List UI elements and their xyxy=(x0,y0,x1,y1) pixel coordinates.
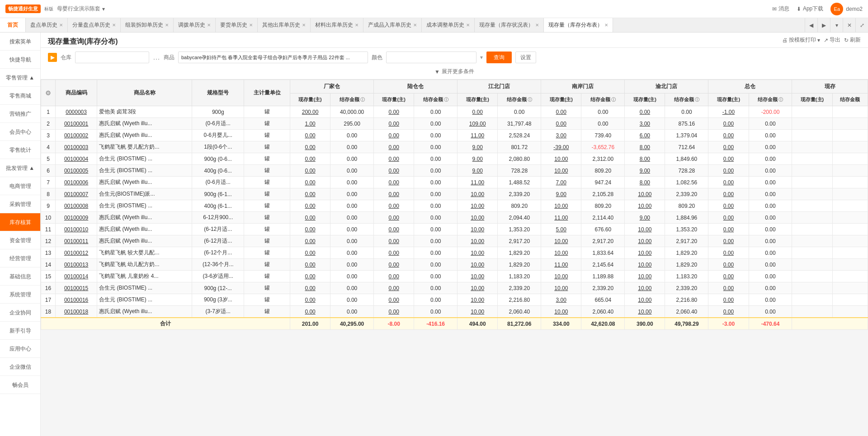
goods-input[interactable]: babycare孕妇待产包 春季入院全套母子组合孕妇产后冬季月子用品 22件套 … xyxy=(178,52,368,63)
tab-close-6[interactable]: ✕ xyxy=(302,23,306,28)
user-area[interactable]: Ea demo2 xyxy=(830,3,863,15)
cell-land-qty[interactable]: 0.00 xyxy=(374,282,414,294)
cell-code[interactable]: 00100001 xyxy=(56,118,97,130)
sidebar-item-guide[interactable]: 新手引导 xyxy=(0,322,40,340)
cell-fac-qty[interactable]: 1.00 xyxy=(290,118,330,130)
sidebar-item-retail-store[interactable]: 零售商城 xyxy=(0,87,40,105)
cell-na-qty[interactable]: 10.00 xyxy=(541,247,581,259)
cell-land-qty[interactable]: 0.00 xyxy=(374,294,414,306)
cell-na-qty[interactable]: 11.00 xyxy=(541,259,581,271)
cell-yb-qty[interactable]: 10.00 xyxy=(625,247,665,259)
sidebar-item-appcenter[interactable]: 应用中心 xyxy=(0,340,40,358)
refresh-button[interactable]: ↻ 刷新 xyxy=(844,36,861,44)
cell-yb-qty[interactable]: 3.00 xyxy=(625,118,665,130)
query-button[interactable]: 查询 xyxy=(486,52,512,63)
cell-code[interactable]: 00100005 xyxy=(56,165,97,177)
tab-11[interactable]: 现存量（库存分布表） ✕ xyxy=(544,18,613,33)
cell-fac-qty[interactable]: 0.00 xyxy=(290,282,330,294)
tab-close-4[interactable]: ✕ xyxy=(207,23,211,28)
tab-4[interactable]: 调拨单历史 ✕ xyxy=(174,18,216,33)
cell-na-qty[interactable]: 10.00 xyxy=(541,306,581,318)
app-download-btn[interactable]: ⬇ App下载 xyxy=(797,5,823,13)
cell-code[interactable]: 00100018 xyxy=(56,306,97,318)
export-button[interactable]: ↗ 导出 xyxy=(824,36,840,44)
tab-close-5[interactable]: ✕ xyxy=(249,23,253,28)
cell-total-qty[interactable]: 0.00 xyxy=(708,212,749,224)
cell-fac-qty[interactable]: 0.00 xyxy=(290,153,330,165)
sidebar-item-ecommerce[interactable]: 电商管理 xyxy=(0,177,40,195)
cell-yb-qty[interactable]: 8.00 xyxy=(625,141,665,153)
cell-fac-qty[interactable]: 0.00 xyxy=(290,306,330,318)
cell-jb-qty[interactable]: 10.00 xyxy=(458,200,498,212)
cell-total-qty[interactable]: 0.00 xyxy=(708,306,749,318)
cell-jb-qty[interactable]: 10.00 xyxy=(458,188,498,200)
cell-land-qty[interactable]: 0.00 xyxy=(374,212,414,224)
info-icon-4[interactable]: ⓘ xyxy=(611,97,616,102)
cell-na-qty[interactable]: 11.00 xyxy=(541,212,581,224)
sidebar-item-operations[interactable]: 经营管理 xyxy=(0,249,40,267)
cell-jb-qty[interactable]: 109.00 xyxy=(458,118,498,130)
tab-7[interactable]: 材料出库单历史 ✕ xyxy=(311,18,363,33)
cell-yb-qty[interactable]: 8.00 xyxy=(625,153,665,165)
cell-land-qty[interactable]: 0.00 xyxy=(374,306,414,318)
cell-yb-qty[interactable]: 8.00 xyxy=(625,177,665,188)
cell-fac-qty[interactable]: 0.00 xyxy=(290,212,330,224)
cell-land-qty[interactable]: 0.00 xyxy=(374,259,414,271)
cell-land-qty[interactable]: 0.00 xyxy=(374,271,414,282)
cell-jb-qty[interactable]: 10.00 xyxy=(458,259,498,271)
cell-na-qty[interactable]: 5.00 xyxy=(541,224,581,235)
cell-fac-qty[interactable]: 0.00 xyxy=(290,294,330,306)
cell-total-qty[interactable]: 0.00 xyxy=(708,235,749,247)
print-button[interactable]: 🖨 按模板打印 ▾ xyxy=(782,36,820,44)
tab-close-11[interactable]: ✕ xyxy=(604,23,608,28)
cell-total-qty[interactable]: 0.00 xyxy=(708,247,749,259)
info-icon-6[interactable]: ⓘ xyxy=(778,97,783,102)
cell-land-qty[interactable]: 0.00 xyxy=(374,153,414,165)
cell-yb-qty[interactable]: 10.00 xyxy=(625,235,665,247)
cell-land-qty[interactable]: 0.00 xyxy=(374,118,414,130)
cell-na-qty[interactable]: 3.00 xyxy=(541,294,581,306)
tab-10[interactable]: 现存量（库存状况表） ✕ xyxy=(475,18,544,33)
cell-yb-qty[interactable]: 0.00 xyxy=(625,106,665,118)
cell-land-qty[interactable]: 0.00 xyxy=(374,188,414,200)
cell-total-qty[interactable]: 0.00 xyxy=(708,118,749,130)
cell-code[interactable]: 00100004 xyxy=(56,153,97,165)
cell-fac-qty[interactable]: 0.00 xyxy=(290,130,330,141)
sidebar-item-collab[interactable]: 企业协同 xyxy=(0,304,40,322)
industry-selector[interactable]: 母婴行业演示陈套 ▾ xyxy=(57,5,105,13)
cell-na-qty[interactable]: -39.00 xyxy=(541,141,581,153)
tab-6[interactable]: 其他出库单历史 ✕ xyxy=(258,18,311,33)
cell-code[interactable]: 00100009 xyxy=(56,212,97,224)
cell-code[interactable]: 00100007 xyxy=(56,188,97,200)
cell-na-qty[interactable]: 0.00 xyxy=(541,118,581,130)
cell-fac-qty[interactable]: 0.00 xyxy=(290,200,330,212)
cell-fac-qty[interactable]: 0.00 xyxy=(290,259,330,271)
cell-code[interactable]: 00100010 xyxy=(56,224,97,235)
cell-code[interactable]: 00100015 xyxy=(56,282,97,294)
cell-total-qty[interactable]: 0.00 xyxy=(708,282,749,294)
cell-code[interactable]: 00100012 xyxy=(56,247,97,259)
cell-jb-qty[interactable]: 11.00 xyxy=(458,130,498,141)
sidebar-item-retail-mgmt[interactable]: 零售管理 ▲ xyxy=(0,69,40,87)
cell-fac-qty[interactable]: 0.00 xyxy=(290,188,330,200)
cell-yb-qty[interactable]: 6.00 xyxy=(625,130,665,141)
cell-fac-qty[interactable]: 0.00 xyxy=(290,165,330,177)
cell-total-qty[interactable]: 0.00 xyxy=(708,177,749,188)
sidebar-item-purchase[interactable]: 采购管理 xyxy=(0,195,40,213)
sidebar-item-member[interactable]: 会员中心 xyxy=(0,123,40,141)
cell-yb-qty[interactable]: 10.00 xyxy=(625,200,665,212)
cell-yb-qty[interactable]: 10.00 xyxy=(625,271,665,282)
cell-jb-qty[interactable]: 10.00 xyxy=(458,294,498,306)
cell-land-qty[interactable]: 0.00 xyxy=(374,177,414,188)
tab-9[interactable]: 成本调整单历史 ✕ xyxy=(422,18,475,33)
tab-next-btn[interactable]: ▶ xyxy=(817,18,830,33)
tab-home[interactable]: 首页 xyxy=(0,18,26,33)
cell-jb-qty[interactable]: 10.00 xyxy=(458,271,498,282)
cell-land-qty[interactable]: 0.00 xyxy=(374,165,414,177)
cell-yb-qty[interactable]: 10.00 xyxy=(625,294,665,306)
tab-close-9[interactable]: ✕ xyxy=(466,23,470,28)
cell-na-qty[interactable]: 9.00 xyxy=(541,188,581,200)
th-settings[interactable]: ⚙ xyxy=(41,80,56,106)
sidebar-item-member2[interactable]: 畅会员 xyxy=(0,376,40,394)
cell-code[interactable]: 00100003 xyxy=(56,141,97,153)
